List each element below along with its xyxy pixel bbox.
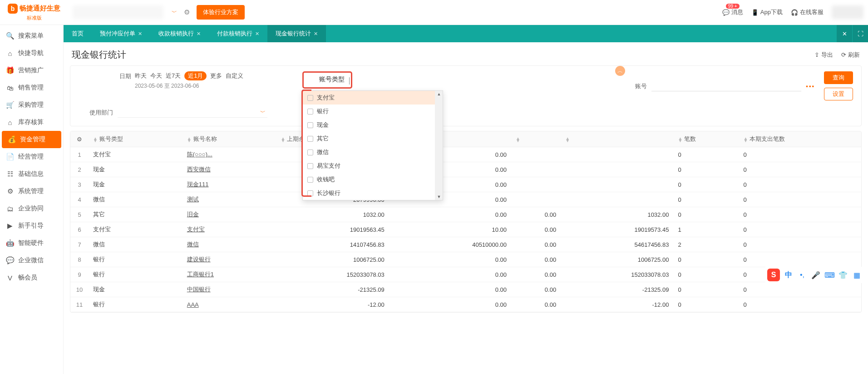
company-selector[interactable]	[73, 5, 163, 19]
sidebar-item[interactable]: 🛒采购管理	[0, 96, 63, 114]
toolbox-icon[interactable]: ▦	[852, 270, 862, 280]
export-button[interactable]: ⇪导出	[814, 51, 833, 59]
checkbox[interactable]	[307, 95, 313, 101]
checkbox[interactable]	[307, 122, 313, 128]
column-header[interactable]: ▲▼账号名称	[182, 131, 276, 147]
dept-filter: 使用部门 ﹀	[88, 107, 853, 118]
cell-account-name[interactable]: 支付宝	[182, 222, 276, 237]
refresh-button[interactable]: ⟳刷新	[841, 51, 860, 59]
column-header[interactable]: ▲▼账号类型	[89, 131, 182, 147]
column-header[interactable]: ▲▼笔数	[673, 131, 739, 147]
more-filters-button[interactable]: •••	[806, 83, 815, 90]
sidebar-item[interactable]: 🗂企业协同	[0, 200, 63, 217]
date-option[interactable]: 更多	[210, 72, 222, 80]
column-header[interactable]: ▲▼本期支出笔数	[739, 131, 861, 147]
collapse-filter-button[interactable]: ︿	[615, 66, 625, 76]
query-button[interactable]: 查询	[824, 71, 853, 84]
sidebar-item[interactable]: 🤖智能硬件	[0, 234, 63, 252]
sidebar-item[interactable]: ☷基础信息	[0, 165, 63, 183]
cell-account-name[interactable]: 陈(○○○)...	[182, 147, 276, 162]
tab-close-all-button[interactable]: ✕	[837, 25, 852, 42]
gear-icon[interactable]: ⚙	[184, 8, 190, 16]
column-header[interactable]: ▲▼	[561, 131, 673, 147]
sidebar-item[interactable]: 🛍销售管理	[0, 79, 63, 96]
tab[interactable]: 收款核销执行✕	[150, 25, 209, 42]
ime-logo-icon[interactable]: S	[767, 269, 780, 281]
checkbox[interactable]	[307, 109, 313, 115]
dropdown-item[interactable]: 现金	[303, 118, 443, 132]
close-icon[interactable]: ✕	[314, 31, 318, 37]
dropdown-item[interactable]: 银行	[303, 105, 443, 118]
sidebar-label: 营销推广	[18, 66, 44, 75]
ime-lang-button[interactable]: 中	[784, 270, 794, 280]
sidebar-item[interactable]: V畅会员	[0, 269, 63, 286]
close-icon[interactable]: ✕	[255, 31, 259, 37]
cell-account-name[interactable]: 测试	[182, 192, 276, 207]
dropdown-item-label: 银行	[317, 107, 329, 115]
cell-count: 0	[673, 282, 739, 297]
sidebar-item[interactable]: 🎁营销推广	[0, 62, 63, 79]
cell-account-name[interactable]: 旧金	[182, 207, 276, 222]
dept-input[interactable]	[118, 107, 267, 118]
cell-account-name[interactable]: 现金111	[182, 177, 276, 192]
checkbox[interactable]	[307, 163, 313, 169]
dropdown-item[interactable]: 微信	[303, 145, 443, 159]
cell-account-name[interactable]: 中国银行	[182, 282, 276, 297]
experience-button[interactable]: 体验行业方案	[197, 5, 245, 20]
account-number-input[interactable]	[651, 80, 801, 91]
keyboard-icon[interactable]: ⌨	[824, 270, 834, 280]
app-download-link[interactable]: 📱 App下载	[751, 8, 783, 16]
date-option[interactable]: 近7天	[166, 72, 181, 80]
mic-icon[interactable]: 🎤	[811, 270, 821, 280]
sidebar-item[interactable]: ⚙系统管理	[0, 183, 63, 200]
tab-label: 收款核销执行	[158, 30, 194, 38]
cell-account-name[interactable]: 建设银行	[182, 252, 276, 267]
sidebar-label: 企业微信	[18, 256, 44, 264]
column-header[interactable]: ▲▼	[511, 131, 561, 147]
dropdown-scrollbar[interactable]: ▲ ▼	[435, 91, 443, 200]
sidebar-item[interactable]: 💰资金管理	[2, 131, 61, 148]
tab[interactable]: 首页	[64, 25, 92, 42]
checkbox[interactable]	[307, 150, 313, 155]
tab[interactable]: 预付冲应付单✕	[92, 25, 150, 42]
dropdown-item[interactable]: 长沙银行	[303, 186, 443, 200]
checkbox[interactable]	[307, 190, 313, 196]
date-option[interactable]: 今天	[150, 72, 162, 80]
account-type-input[interactable]: 账号类型	[302, 71, 352, 89]
sidebar-item[interactable]: ▶新手引导	[0, 217, 63, 234]
dropdown-item[interactable]: 收钱吧	[303, 173, 443, 186]
customer-service-link[interactable]: 🎧 在线客服	[791, 8, 824, 16]
messages-link[interactable]: 💬 消息 99 +	[722, 8, 743, 16]
dropdown-item-label: 收钱吧	[317, 175, 335, 184]
chevron-down-icon[interactable]: ﹀	[172, 9, 177, 16]
settings-button[interactable]: 设置	[824, 88, 853, 100]
fullscreen-button[interactable]: ⛶	[853, 25, 868, 42]
cell-account-name[interactable]: 微信	[182, 237, 276, 252]
sidebar-item[interactable]: 💬企业微信	[0, 252, 63, 269]
chevron-down-icon[interactable]: ﹀	[260, 109, 266, 116]
date-option[interactable]: 近1月	[184, 71, 207, 80]
sidebar-item[interactable]: 📄经营管理	[0, 148, 63, 165]
cell-account-name[interactable]: 工商银行1	[182, 267, 276, 282]
ime-punct-icon[interactable]: •,	[797, 270, 807, 280]
tab[interactable]: 现金银行统计✕	[267, 25, 326, 42]
close-icon[interactable]: ✕	[197, 31, 201, 37]
sidebar-item[interactable]: ⌂库存核算	[0, 114, 63, 131]
checkbox[interactable]	[307, 177, 313, 183]
sidebar-item[interactable]: 🔍搜索菜单	[0, 27, 63, 45]
cell-account-name[interactable]: AAA	[182, 297, 276, 312]
dropdown-item[interactable]: 支付宝	[303, 91, 443, 105]
sidebar-item[interactable]: ⌂快捷导航	[0, 45, 63, 62]
dropdown-item[interactable]: 易宝支付	[303, 159, 443, 173]
user-avatar[interactable]	[832, 5, 863, 19]
tab[interactable]: 付款核销执行✕	[209, 25, 267, 42]
cell-account-name[interactable]: 西安微信	[182, 162, 276, 177]
skin-icon[interactable]: 👕	[838, 270, 848, 280]
date-option[interactable]: 昨天	[135, 72, 147, 80]
checkbox[interactable]	[307, 136, 313, 142]
close-icon[interactable]: ✕	[138, 31, 142, 37]
date-option[interactable]: 自定义	[226, 72, 243, 80]
dropdown-item[interactable]: 其它	[303, 132, 443, 145]
table-settings-header[interactable]: ⚙	[70, 131, 89, 147]
dropdown-item-label: 其它	[317, 135, 329, 143]
